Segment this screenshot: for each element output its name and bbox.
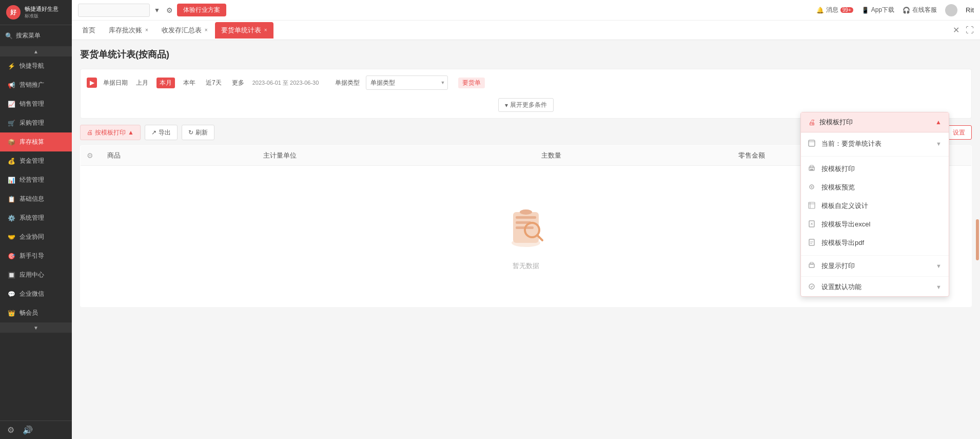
export-label: 导出: [159, 128, 171, 137]
tabs-close-all-btn[interactable]: ✕: [951, 24, 962, 36]
sidebar-search-area[interactable]: 🔍 搜索菜单: [0, 25, 72, 46]
sidebar-item-finance[interactable]: 💰 资金管理: [0, 151, 72, 170]
date-btn-this-year[interactable]: 本年: [181, 78, 198, 88]
sidebar-item-label: 采购管理: [19, 119, 44, 127]
date-filter-label: 单据日期: [103, 79, 128, 87]
sidebar-item-collaboration[interactable]: 🤝 企业协同: [0, 227, 72, 246]
dropdown-item-template-preview[interactable]: 按模板预览: [801, 178, 949, 197]
export-btn[interactable]: ↗ 导出: [145, 125, 178, 140]
dropdown-item-template-design[interactable]: 模板自定义设计: [801, 197, 949, 215]
svg-point-7: [520, 209, 532, 215]
sidebar-item-wechat[interactable]: 💬 企业微信: [0, 284, 72, 303]
marketing-icon: 📢: [7, 81, 15, 89]
table-settings-icon[interactable]: ⚙: [87, 151, 93, 160]
dropdown-current-label: 当前：要货单统计表: [821, 139, 881, 148]
tab-order-stats-label: 要货单统计表: [221, 26, 261, 35]
sidebar-item-vip[interactable]: 👑 畅会员: [0, 303, 72, 322]
table-col-product: 商品: [101, 146, 258, 166]
sidebar-item-app-center[interactable]: 🔲 应用中心: [0, 265, 72, 284]
operations-icon: 📊: [7, 176, 15, 184]
dropdown-collapse-btn[interactable]: ▲: [935, 119, 942, 126]
date-btn-more[interactable]: 更多: [230, 78, 246, 88]
date-btn-7days[interactable]: 近7天: [204, 78, 224, 88]
sidebar-item-marketing[interactable]: 📢 营销推广: [0, 75, 72, 94]
dropdown-export-pdf-label: 按模板导出pdf: [821, 238, 864, 247]
topbar: ▼ ⚙ 体验行业方案 🔔 消息 99+ 📱 App下载 🎧 在线客服 Rit: [72, 0, 980, 21]
trial-btn[interactable]: 体验行业方案: [177, 4, 226, 16]
sidebar-item-quick-nav[interactable]: ⚡ 快捷导航: [0, 56, 72, 75]
user-name[interactable]: Rit: [966, 6, 974, 14]
vip-icon: 👑: [7, 309, 15, 317]
settings-icon[interactable]: ⚙: [7, 425, 14, 435]
dropdown-item-export-excel[interactable]: 按模板导出excel: [801, 215, 949, 234]
settings-btn[interactable]: 设置: [946, 125, 972, 140]
basic-info-icon: 📋: [7, 195, 15, 203]
refresh-btn[interactable]: ↻ 刷新: [182, 125, 214, 140]
tab-home[interactable]: 首页: [76, 26, 102, 35]
sidebar-item-label: 系统管理: [19, 214, 44, 222]
app-download-item[interactable]: 📱 App下载: [861, 6, 894, 14]
svg-rect-15: [809, 202, 815, 208]
svg-point-14: [811, 186, 813, 187]
filter-expand-btn[interactable]: ▶: [87, 78, 97, 88]
sidebar-item-operations[interactable]: 📊 经营管理: [0, 170, 72, 189]
sidebar-item-label: 资金管理: [19, 157, 44, 165]
sidebar-scroll-down[interactable]: ▼: [0, 322, 72, 333]
app-center-icon: 🔲: [7, 271, 15, 279]
sidebar-item-basic-info[interactable]: 📋 基础信息: [0, 189, 72, 208]
tab-batch-account[interactable]: 库存批次账 ×: [103, 22, 154, 39]
chevron-up-icon: ▲: [128, 129, 134, 136]
tab-batch-account-close[interactable]: ×: [145, 27, 148, 33]
dropdown-set-default-icon: [808, 283, 816, 292]
type-select[interactable]: 单据类型: [366, 75, 448, 90]
system-icon: ⚙️: [7, 214, 15, 222]
dropdown-item-template-print[interactable]: 按模板打印: [801, 160, 949, 178]
online-service-item[interactable]: 🎧 在线客服: [903, 6, 937, 14]
topbar-dropdown-btn[interactable]: ▼: [154, 7, 160, 14]
scrollbar-hint[interactable]: [976, 219, 979, 260]
audio-icon[interactable]: 🔊: [23, 425, 33, 435]
notifications-item[interactable]: 🔔 消息 99+: [816, 6, 853, 14]
tabs-expand-btn[interactable]: ⛶: [964, 25, 976, 36]
date-btn-this-month[interactable]: 本月: [156, 78, 175, 88]
notifications-badge: 99+: [840, 7, 853, 13]
dropdown-export-excel-label: 按模板导出excel: [821, 220, 870, 229]
sidebar-item-inventory[interactable]: 📦 库存核算: [0, 132, 72, 151]
collaboration-icon: 🤝: [7, 233, 15, 241]
dropdown-current-item[interactable]: 当前：要货单统计表 ▼: [801, 135, 949, 153]
table-col-settings[interactable]: ⚙: [81, 146, 101, 166]
sidebar-bottom: ⚙ 🔊: [0, 421, 72, 439]
sidebar-item-label: 经营管理: [19, 176, 44, 184]
expand-more-conditions-btn[interactable]: ▾ 展开更多条件: [498, 98, 554, 112]
sidebar-item-purchase[interactable]: 🛒 采购管理: [0, 113, 72, 132]
tab-order-stats-close[interactable]: ×: [264, 27, 267, 33]
dropdown-set-default-item[interactable]: 设置默认功能 ▼: [801, 278, 949, 296]
sidebar-item-label: 新手引导: [19, 252, 44, 260]
template-print-btn[interactable]: 🖨 按模板打印 ▲: [80, 125, 141, 140]
topbar-gear-icon[interactable]: ⚙: [166, 6, 173, 14]
tab-order-stats[interactable]: 要货单统计表 ×: [215, 22, 273, 39]
dropdown-set-default-expand-icon: ▼: [936, 284, 942, 290]
dropdown-display-print-item[interactable]: 按显示打印 ▼: [801, 257, 949, 275]
empty-illustration: [500, 202, 552, 253]
sidebar-item-guide[interactable]: 🎯 新手引导: [0, 246, 72, 265]
headset-icon: 🎧: [903, 7, 910, 14]
topbar-search-input[interactable]: [78, 4, 150, 17]
sidebar: 好 畅捷通好生意 标准版 🔍 搜索菜单 ▲ ⚡ 快捷导航 📢 营销推广 📈 销售…: [0, 0, 72, 439]
user-avatar[interactable]: [945, 4, 957, 16]
dropdown-header: 🖨 按模板打印 ▲: [801, 112, 949, 132]
dropdown-item-export-pdf[interactable]: 按模板导出pdf: [801, 234, 949, 252]
sidebar-scroll-up[interactable]: ▲: [0, 46, 72, 56]
tab-batch-account-label: 库存批次账: [109, 26, 142, 35]
dropdown-template-preview-label: 按模板预览: [821, 183, 855, 192]
search-menu-btn[interactable]: 🔍 搜索菜单: [5, 29, 67, 42]
refresh-label: 刷新: [195, 128, 208, 137]
date-btn-last-month[interactable]: 上月: [134, 78, 150, 88]
sidebar-item-sales[interactable]: 📈 销售管理: [0, 94, 72, 113]
sidebar-item-system[interactable]: ⚙️ 系统管理: [0, 208, 72, 227]
tab-receipt-summary[interactable]: 收发存汇总表 ×: [155, 22, 214, 39]
dropdown-template-print-icon: [808, 165, 816, 174]
tab-receipt-summary-close[interactable]: ×: [205, 27, 208, 33]
app-logo: 好 畅捷通好生意 标准版: [0, 0, 72, 25]
empty-svg: [500, 202, 552, 253]
